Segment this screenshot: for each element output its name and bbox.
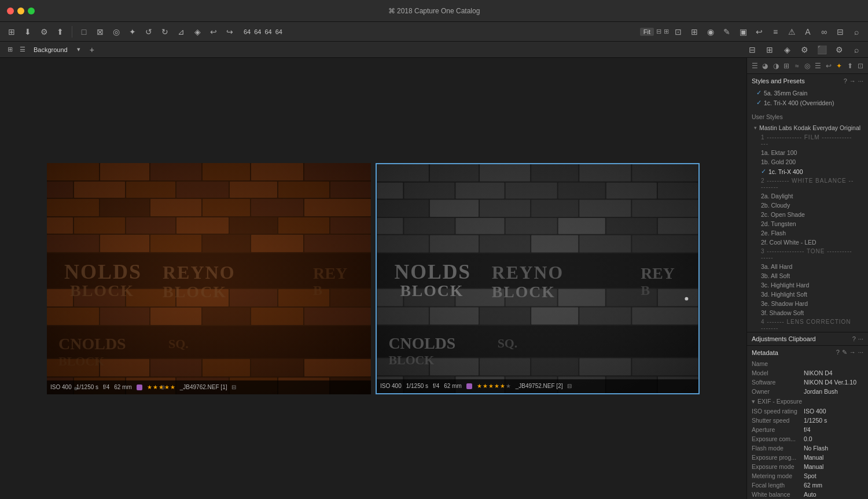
settings2-icon[interactable]: ⚙ bbox=[797, 43, 811, 57]
history-icon[interactable]: ↩ bbox=[752, 25, 766, 39]
rp-tab-history[interactable]: ↩ bbox=[823, 60, 834, 72]
search-icon[interactable]: ⌕ bbox=[849, 25, 863, 39]
metadata-pencil-icon[interactable]: ✎ bbox=[842, 349, 847, 356]
preset-tungsten-label: 2d. Tungsten bbox=[761, 220, 796, 227]
preset-trix[interactable]: ✓ 1c. Tri-X 400 bbox=[747, 167, 868, 176]
library-icon[interactable]: ⊞ bbox=[5, 25, 19, 39]
close-button[interactable] bbox=[7, 8, 14, 14]
orange-icon[interactable]: ⬛ bbox=[815, 43, 829, 57]
rp-tab-details[interactable]: ⊞ bbox=[781, 60, 792, 72]
metadata-header[interactable]: Metadata ? ✎ → ··· bbox=[747, 346, 868, 359]
undo-icon[interactable]: ↩ bbox=[207, 25, 220, 39]
grid2-icon[interactable]: ⊟ bbox=[833, 25, 847, 39]
text-icon[interactable]: A bbox=[801, 25, 815, 39]
zoom-fit-button[interactable]: Fit bbox=[640, 28, 654, 36]
view-icon[interactable]: □ bbox=[77, 25, 91, 39]
photo-left-flag-icon: ⊟ bbox=[231, 384, 236, 390]
preset-coolwhite-label: 2f. Cool White - LED bbox=[761, 239, 816, 246]
settings-icon[interactable]: ⚙ bbox=[37, 25, 51, 39]
gear2-icon[interactable]: ⚙ bbox=[832, 43, 846, 57]
rp-tab-adjust[interactable]: ≈ bbox=[792, 60, 802, 72]
preset-daylight[interactable]: 2a. Daylight bbox=[747, 191, 868, 201]
minimize-button[interactable] bbox=[17, 8, 24, 14]
exif-group-header[interactable]: ▾ EXIF - Exposure bbox=[747, 396, 868, 406]
exif-aperture-label: Aperture bbox=[752, 426, 804, 433]
rp-tab-library[interactable]: ☰ bbox=[749, 60, 760, 72]
preset-shhard[interactable]: 3e. Shadow Hard bbox=[747, 299, 868, 308]
preset-gold[interactable]: 1b. Gold 200 bbox=[747, 157, 868, 167]
wb-icon[interactable]: ◈ bbox=[190, 25, 204, 39]
compare-icon[interactable]: ▣ bbox=[736, 25, 750, 39]
collection-chevron-icon[interactable]: ▾ bbox=[73, 45, 84, 55]
rotate-ccw-icon[interactable]: ↺ bbox=[142, 25, 156, 39]
mastin-expand-arrow: ▾ bbox=[754, 125, 757, 131]
preset-hlhard[interactable]: 3c. Highlight Hard bbox=[747, 280, 868, 290]
grid-icon[interactable]: ⊞ bbox=[687, 25, 701, 39]
search2-icon[interactable]: ⌕ bbox=[849, 43, 863, 57]
redo-icon[interactable]: ↪ bbox=[223, 25, 237, 39]
rotate-cw-icon[interactable]: ↻ bbox=[158, 25, 172, 39]
preset-openshade[interactable]: 2c. Open Shade bbox=[747, 210, 868, 219]
metadata-name-row: Name bbox=[747, 359, 868, 368]
rp-tab-exposure[interactable]: ◑ bbox=[771, 60, 781, 72]
color2-icon[interactable]: ◈ bbox=[780, 43, 794, 57]
exif-group-label: EXIF - Exposure bbox=[757, 398, 802, 405]
check-icon-2: ✓ bbox=[756, 99, 762, 106]
photo-left-image: NOLDS REYNO BLOCK BLOCK REY B CNOLDS BLO… bbox=[47, 163, 371, 394]
preset-coolwhite[interactable]: 2f. Cool White - LED bbox=[747, 238, 868, 247]
rp-tab-batch[interactable]: ⊡ bbox=[855, 60, 866, 72]
metadata-more-icon[interactable]: ··· bbox=[858, 349, 863, 356]
adj-more-icon[interactable]: ··· bbox=[858, 335, 863, 342]
right-panel-icon[interactable]: ⊟ bbox=[745, 43, 759, 57]
rp-tab-styles[interactable]: ✦ bbox=[834, 60, 844, 72]
brush-icon[interactable]: ✎ bbox=[720, 25, 734, 39]
preset-allsoft[interactable]: 3b. All Soft bbox=[747, 271, 868, 280]
export-icon[interactable]: ⬆ bbox=[53, 25, 67, 39]
warning-icon[interactable]: ⚠ bbox=[785, 25, 799, 39]
zoom-icon: ⊟ bbox=[656, 28, 661, 35]
rp-tab-output[interactable]: ⬆ bbox=[844, 60, 855, 72]
preset-hlsoft[interactable]: 3d. Highlight Soft bbox=[747, 290, 868, 299]
list-view-btn[interactable]: ☰ bbox=[17, 45, 28, 55]
photo-left[interactable]: NOLDS REYNO BLOCK BLOCK REY B CNOLDS BLO… bbox=[47, 163, 371, 394]
straighten-icon[interactable]: ⊿ bbox=[174, 25, 188, 39]
exif-metering-value: Spot bbox=[804, 472, 863, 479]
adj-clipboard-icons: ? ··· bbox=[852, 335, 863, 342]
crop-icon[interactable]: ⊠ bbox=[93, 25, 107, 39]
rp-tab-lens[interactable]: ◎ bbox=[802, 60, 812, 72]
heal-icon[interactable]: ✦ bbox=[126, 25, 139, 39]
rp-tab-metadata[interactable]: ☰ bbox=[813, 60, 823, 72]
panel-toggle-icon[interactable]: ⊡ bbox=[671, 25, 685, 39]
mask-icon[interactable]: ◎ bbox=[109, 25, 123, 39]
add-collection-button[interactable]: + bbox=[87, 45, 97, 54]
preset-shsoft[interactable]: 3f. Shadow Soft bbox=[747, 308, 868, 317]
fullscreen-button[interactable] bbox=[28, 8, 35, 14]
photo-right[interactable]: NOLDS REYNO BLOCK BLOCK REY B CNOLDS BLO… bbox=[376, 163, 700, 394]
preset-flash[interactable]: 2e. Flash bbox=[747, 228, 868, 238]
photo-right-focal: 62 mm bbox=[444, 383, 462, 389]
panel2-icon[interactable]: ⊞ bbox=[763, 43, 777, 57]
infinity-icon[interactable]: ∞ bbox=[817, 25, 831, 39]
preset-tungsten[interactable]: 2d. Tungsten bbox=[747, 219, 868, 228]
preset-ektar[interactable]: 1a. Ektar 100 bbox=[747, 148, 868, 157]
adj-question-icon[interactable]: ? bbox=[852, 335, 856, 342]
color-picker-icon[interactable]: ◉ bbox=[704, 25, 718, 39]
preset-allhard[interactable]: 3a. All Hard bbox=[747, 262, 868, 271]
preset-cloudy[interactable]: 2b. Cloudy bbox=[747, 201, 868, 210]
styles-section-header[interactable]: Styles and Presets ? → ··· bbox=[747, 74, 868, 88]
right-panel: ☰ ◕ ◑ ⊞ ≈ ◎ ☰ ↩ ✦ ⬆ ⊡ Styles and Presets… bbox=[746, 58, 868, 499]
styles-question-icon[interactable]: ? bbox=[844, 77, 847, 84]
styles-more-icon[interactable]: ··· bbox=[858, 77, 863, 84]
metadata-arrow-icon[interactable]: → bbox=[849, 349, 856, 356]
import-icon[interactable]: ⬇ bbox=[21, 25, 35, 39]
levels-icon[interactable]: ≡ bbox=[768, 25, 782, 39]
photo-right-flag-icon: ⊟ bbox=[567, 383, 572, 389]
preset-group-mastin-header[interactable]: ▾ Mastin Labs Kodak Everyday Original bbox=[747, 123, 868, 133]
rp-tab-color[interactable]: ◕ bbox=[760, 60, 770, 72]
styles-arrow-icon[interactable]: → bbox=[849, 77, 856, 84]
grid-view-btn[interactable]: ⊞ bbox=[5, 45, 15, 55]
exif-wb-label: White balance bbox=[752, 491, 804, 498]
exif-iso-value: ISO 400 bbox=[804, 408, 863, 415]
adj-clipboard-header[interactable]: Adjustments Clipboard ? ··· bbox=[747, 332, 868, 345]
metadata-question-icon[interactable]: ? bbox=[836, 349, 840, 356]
